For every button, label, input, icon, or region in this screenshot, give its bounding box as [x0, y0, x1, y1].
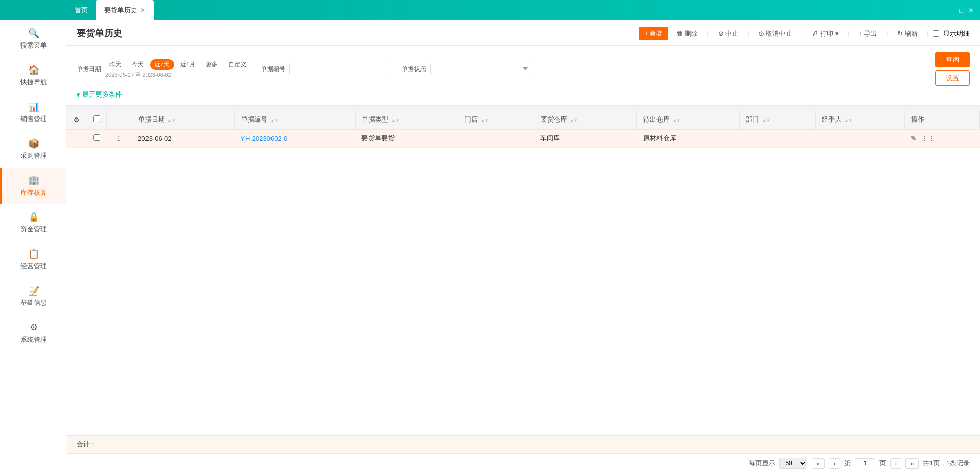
minimize-icon[interactable]: — [947, 7, 954, 14]
td-checkbox [87, 130, 106, 148]
sidebar-item-inventory[interactable]: 🏢 库存核算 [0, 168, 66, 204]
display-detail-label: 显示明细 [943, 29, 970, 38]
th-store-label: 门店 [464, 115, 478, 123]
sidebar-item-system[interactable]: ⚙ 系统管理 [0, 315, 66, 351]
last-page-button[interactable]: » [905, 458, 918, 469]
shortcut-yesterday[interactable]: 昨天 [105, 59, 126, 70]
sidebar-item-purchase[interactable]: 📦 采购管理 [0, 131, 66, 168]
th-operation-label: 操作 [911, 115, 924, 123]
sort-doc-number-icon[interactable]: ▲▼ [271, 119, 279, 123]
sort-doc-date-icon[interactable]: ▲▼ [167, 119, 176, 123]
sidebar-item-basic[interactable]: 📝 基础信息 [0, 278, 66, 315]
maximize-icon[interactable]: □ [959, 7, 963, 14]
export-button[interactable]: ↑ 导出 [854, 27, 883, 40]
tab-home[interactable]: 首页 [66, 0, 96, 20]
sidebar-item-finance[interactable]: 🔒 资金管理 [0, 204, 66, 241]
td-num: 1 [106, 130, 132, 148]
more-icon[interactable]: ⋮⋮ [921, 134, 935, 143]
doc-number-link[interactable]: YH-20230602-0 [240, 135, 287, 143]
expand-label: 展开更多条件 [82, 90, 122, 99]
sort-pending-warehouse-icon[interactable]: ▲▼ [673, 119, 681, 123]
shortcut-today[interactable]: 今天 [128, 59, 148, 70]
sidebar-label-finance: 资金管理 [20, 225, 47, 234]
stop-label: 中止 [725, 29, 739, 38]
print-label: 打印 [820, 29, 834, 38]
sort-req-warehouse-icon[interactable]: ▲▼ [570, 119, 578, 123]
sort-store-icon[interactable]: ▲▼ [481, 119, 489, 123]
refresh-button[interactable]: ↻ 刷新 [892, 27, 923, 40]
operation-icon: 📋 [28, 248, 39, 259]
status-select[interactable] [430, 63, 532, 75]
sidebar: 🔍 搜索菜单 🏠 快捷导航 📊 销售管理 📦 采购管理 🏢 库存核算 🔒 资金管… [0, 20, 66, 473]
stop-button[interactable]: ⊘ 中止 [713, 27, 744, 40]
td-settings [66, 130, 87, 148]
print-button[interactable]: 🖨 打印 ▾ [807, 27, 844, 40]
sidebar-label-nav: 快捷导航 [20, 78, 47, 87]
window-controls: — □ ✕ [947, 7, 980, 14]
doc-number-filter-group: 单据编号 [261, 63, 391, 75]
filter-buttons: 查询 设置 [935, 52, 970, 86]
refresh-icon: ↻ [897, 30, 903, 37]
th-doc-date: 单据日期 ▲▼ [132, 110, 234, 130]
th-handler-label: 经手人 [822, 115, 842, 123]
divider6: | [927, 30, 928, 37]
next-page-button[interactable]: › [890, 458, 901, 469]
close-icon[interactable]: ✕ [968, 7, 974, 14]
th-handler: 经手人 ▲▼ [815, 110, 904, 130]
export-icon: ↑ [859, 30, 863, 37]
divider1: | [707, 30, 708, 37]
select-all-checkbox[interactable] [93, 115, 100, 122]
sidebar-label-inventory: 库存核算 [20, 188, 47, 197]
sidebar-label-search: 搜索菜单 [20, 41, 47, 50]
page-size-select[interactable]: 10 20 50 100 [779, 458, 807, 469]
sort-department-icon[interactable]: ▲▼ [762, 119, 770, 123]
th-settings[interactable]: ⚙ [66, 110, 87, 130]
th-num [106, 110, 132, 130]
filter-settings-button[interactable]: 设置 [935, 70, 970, 86]
shortcut-custom[interactable]: 自定义 [224, 59, 251, 70]
prev-page-button[interactable]: ‹ [829, 458, 840, 469]
sales-icon: 📊 [28, 101, 39, 112]
shortcut-7days[interactable]: 近7天 [150, 59, 174, 70]
expand-more-row[interactable]: ▾ 展开更多条件 [77, 90, 970, 99]
sidebar-item-sales[interactable]: 📊 销售管理 [0, 94, 66, 131]
pagination-bar: 每页显示 10 20 50 100 « ‹ 第 1 页 › » 共1页，1条记录 [66, 453, 980, 473]
current-page-input[interactable]: 1 [855, 458, 875, 468]
th-doc-number-label: 单据编号 [241, 115, 267, 123]
edit-icon[interactable]: ✎ [911, 134, 917, 143]
sort-doc-type-icon[interactable]: ▲▼ [391, 119, 399, 123]
tab-close-icon[interactable]: ✕ [140, 7, 145, 14]
delete-label: 删除 [684, 29, 698, 38]
date-filter-label: 单据日期 [77, 65, 101, 74]
th-doc-number: 单据编号 ▲▼ [234, 110, 355, 130]
sort-handler-icon[interactable]: ▲▼ [844, 119, 852, 123]
refresh-label: 刷新 [904, 29, 918, 38]
sidebar-item-nav[interactable]: 🏠 快捷导航 [0, 57, 66, 94]
divider3: | [801, 30, 803, 37]
doc-number-input[interactable] [289, 63, 391, 75]
delete-button[interactable]: 🗑 删除 [671, 27, 703, 40]
table-row: 1 2023-06-02 YH-20230602-0 要货单要货 车间库 原材料… [66, 130, 980, 148]
action-icons: ✎ ⋮⋮ [911, 134, 973, 143]
query-button[interactable]: 查询 [935, 52, 970, 67]
sidebar-item-search[interactable]: 🔍 搜索菜单 [0, 20, 66, 57]
th-req-warehouse: 要货仓库 ▲▼ [534, 110, 636, 130]
shortcut-1month[interactable]: 近1月 [176, 59, 200, 70]
row-checkbox[interactable] [93, 134, 100, 141]
sidebar-label-basic: 基础信息 [20, 298, 47, 308]
print-icon: 🖨 [812, 30, 819, 37]
sidebar-item-operation[interactable]: 📋 经营管理 [0, 241, 66, 278]
divider4: | [848, 30, 849, 37]
shortcut-more[interactable]: 更多 [202, 59, 222, 70]
summary-label: 合计： [77, 440, 96, 449]
tab-history[interactable]: 要货单历史 ✕ [96, 0, 154, 20]
inventory-icon: 🏢 [28, 175, 39, 186]
date-range-display: 2023-05-27 至 2023-06-02 [105, 71, 251, 79]
home-icon: 🏠 [28, 64, 39, 76]
th-doc-type: 单据类型 ▲▼ [355, 110, 458, 130]
first-page-button[interactable]: « [812, 458, 824, 469]
th-department-label: 部门 [746, 115, 759, 123]
add-button[interactable]: + 新增 [639, 27, 668, 40]
display-detail-checkbox[interactable] [933, 30, 939, 37]
cancel-stop-button[interactable]: ⊙ 取消中止 [753, 27, 797, 40]
